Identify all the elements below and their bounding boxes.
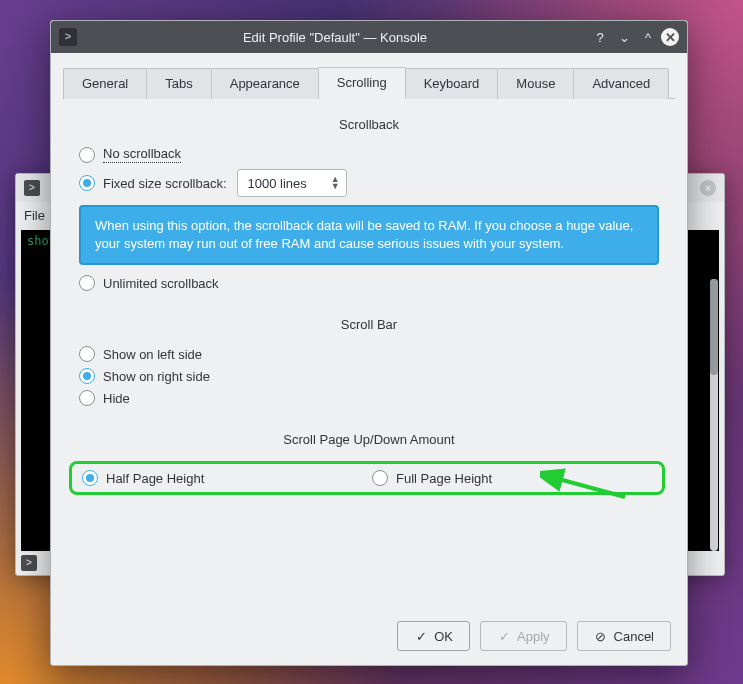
radio-half-page-input[interactable] [82, 470, 98, 486]
scrollback-lines-spinbox[interactable]: 1000 lines ▲ ▼ [237, 169, 347, 197]
help-icon[interactable]: ? [589, 26, 611, 48]
background-statusbar [21, 554, 37, 572]
label-scrollbar-hide: Hide [103, 391, 130, 406]
label-fixed-scrollback: Fixed size scrollback: [103, 176, 227, 191]
konsole-app-icon [24, 180, 40, 196]
dialog-app-icon [59, 28, 77, 46]
cancel-icon: ⊘ [594, 629, 608, 644]
label-scrollbar-left: Show on left side [103, 347, 202, 362]
scrollback-lines-value: 1000 lines [248, 176, 307, 191]
radio-unlimited-scrollback[interactable]: Unlimited scrollback [79, 275, 219, 291]
radio-no-scrollback[interactable]: No scrollback [79, 146, 181, 163]
radio-scrollbar-left-input[interactable] [79, 346, 95, 362]
ok-button-label: OK [434, 629, 453, 644]
dialog-titlebar[interactable]: Edit Profile "Default" — Konsole ? ⌄ ^ ✕ [51, 21, 687, 53]
label-unlimited-scrollback: Unlimited scrollback [103, 276, 219, 291]
cancel-button[interactable]: ⊘ Cancel [577, 621, 671, 651]
tab-tabs[interactable]: Tabs [146, 68, 211, 99]
radio-scrollbar-hide-input[interactable] [79, 390, 95, 406]
keep-above-icon[interactable]: ^ [637, 26, 659, 48]
radio-fixed-scrollback-input[interactable] [79, 175, 95, 191]
check-icon: ✓ [414, 629, 428, 644]
apply-button-label: Apply [517, 629, 550, 644]
label-half-page: Half Page Height [106, 471, 204, 486]
check-icon: ✓ [497, 629, 511, 644]
cancel-button-label: Cancel [614, 629, 654, 644]
radio-scrollbar-right[interactable]: Show on right side [79, 368, 210, 384]
radio-scrollbar-left[interactable]: Show on left side [79, 346, 202, 362]
radio-half-page[interactable]: Half Page Height [82, 470, 362, 486]
annotation-highlight-frame: Half Page Height Full Page Height [69, 461, 665, 495]
status-tab-icon [21, 555, 37, 571]
tab-bar: General Tabs Appearance Scrolling Keyboa… [63, 63, 675, 99]
label-full-page: Full Page Height [396, 471, 492, 486]
spinbox-arrows[interactable]: ▲ ▼ [331, 176, 340, 190]
radio-unlimited-scrollback-input[interactable] [79, 275, 95, 291]
radio-no-scrollback-input[interactable] [79, 147, 95, 163]
apply-button: ✓ Apply [480, 621, 567, 651]
tab-general[interactable]: General [63, 68, 147, 99]
radio-scrollbar-hide[interactable]: Hide [79, 390, 130, 406]
spin-down-icon[interactable]: ▼ [331, 183, 340, 190]
background-scrollbar[interactable] [710, 279, 718, 551]
ok-button[interactable]: ✓ OK [397, 621, 470, 651]
dialog-button-row: ✓ OK ✓ Apply ⊘ Cancel [51, 608, 687, 665]
radio-full-page[interactable]: Full Page Height [372, 470, 652, 486]
section-scrollback-title: Scrollback [79, 117, 659, 132]
dialog-content: Scrollback No scrollback Fixed size scro… [51, 99, 687, 608]
label-no-scrollback: No scrollback [103, 146, 181, 163]
background-close-icon[interactable]: × [700, 180, 716, 196]
scrollback-info-box: When using this option, the scrollback d… [79, 205, 659, 265]
radio-full-page-input[interactable] [372, 470, 388, 486]
edit-profile-dialog: Edit Profile "Default" — Konsole ? ⌄ ^ ✕… [50, 20, 688, 666]
radio-fixed-scrollback[interactable]: Fixed size scrollback: [79, 175, 227, 191]
menu-file[interactable]: File [24, 208, 45, 223]
section-scrollbar-title: Scroll Bar [79, 317, 659, 332]
section-pageupdown-title: Scroll Page Up/Down Amount [79, 432, 659, 447]
radio-scrollbar-right-input[interactable] [79, 368, 95, 384]
tab-mouse[interactable]: Mouse [497, 68, 574, 99]
label-scrollbar-right: Show on right side [103, 369, 210, 384]
dialog-title: Edit Profile "Default" — Konsole [83, 30, 587, 45]
tab-advanced[interactable]: Advanced [573, 68, 669, 99]
close-icon[interactable]: ✕ [661, 28, 679, 46]
keep-below-icon[interactable]: ⌄ [613, 26, 635, 48]
tab-keyboard[interactable]: Keyboard [405, 68, 499, 99]
tab-appearance[interactable]: Appearance [211, 68, 319, 99]
tab-scrolling[interactable]: Scrolling [318, 67, 406, 99]
